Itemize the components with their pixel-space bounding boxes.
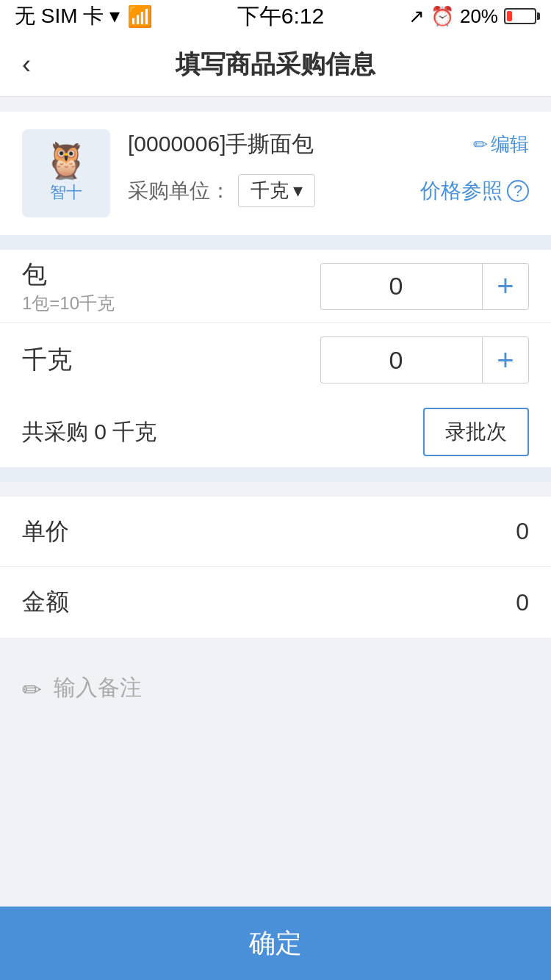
qty-plus-kg[interactable]: + — [482, 336, 529, 383]
price-ref-label: 价格参照 — [420, 177, 503, 205]
edit-button[interactable]: ✏ 编辑 — [473, 131, 529, 157]
pencil-icon: ✏ — [22, 676, 42, 704]
price-ref-button[interactable]: 价格参照 ? — [420, 177, 529, 205]
product-card: 🦉 智十 [0000006]手撕面包 ✏ 编辑 采购单位： 千克 ▾ 价格参照 … — [0, 112, 551, 235]
input-field-group-bao: + — [320, 263, 529, 310]
product-info: [0000006]手撕面包 ✏ 编辑 采购单位： 千克 ▾ 价格参照 ? — [128, 129, 529, 207]
info-row-amount: 金额 0 — [0, 567, 551, 638]
edit-label: 编辑 — [491, 131, 529, 157]
back-button[interactable]: ‹ — [22, 42, 46, 87]
amount-value: 0 — [516, 589, 529, 616]
status-bar: 无 SIM 卡 ▾ 📶 下午6:12 ↗ ⏰ 20% — [0, 0, 551, 32]
status-right: ↗ ⏰ 20% — [408, 5, 536, 28]
remarks-placeholder: 输入备注 — [54, 673, 142, 703]
nav-bar: ‹ 填写商品采购信息 — [0, 32, 551, 97]
input-label-bao: 包 1包=10千克 — [22, 258, 320, 315]
qty-plus-bao[interactable]: + — [482, 263, 529, 310]
location-icon: ↗ — [408, 5, 425, 28]
page-title: 填写商品采购信息 — [176, 48, 375, 82]
input-row-bao: 包 1包=10千克 + — [0, 250, 551, 323]
input-label-kg: 千克 — [22, 343, 320, 377]
confirm-label: 确定 — [249, 926, 302, 962]
alarm-icon: ⏰ — [431, 5, 454, 28]
product-image-label: 智十 — [50, 181, 82, 203]
input-row-kg: 千克 + — [0, 323, 551, 397]
input-label-sub-bao: 1包=10千克 — [22, 292, 320, 315]
unit-prefix-label: 采购单位： — [128, 177, 231, 205]
remarks-section[interactable]: ✏ 输入备注 — [0, 652, 551, 799]
edit-icon: ✏ — [473, 134, 488, 155]
qty-input-kg[interactable] — [320, 336, 482, 383]
status-time: 下午6:12 — [237, 1, 324, 32]
input-field-group-kg: + — [320, 336, 529, 383]
confirm-button[interactable]: 确定 — [0, 907, 551, 980]
battery-percent: 20% — [460, 5, 498, 28]
divider-2 — [0, 467, 551, 482]
input-label-main-kg: 千克 — [22, 343, 320, 377]
total-text: 共采购 0 千克 — [22, 417, 423, 447]
battery-icon — [504, 8, 536, 24]
product-image: 🦉 智十 — [22, 129, 110, 217]
unit-select-dropdown[interactable]: 千克 ▾ — [238, 174, 315, 207]
divider-1 — [0, 235, 551, 250]
info-section: 单价 0 金额 0 — [0, 497, 551, 638]
amount-label: 金额 — [22, 586, 516, 619]
price-ref-question-icon: ? — [507, 180, 529, 202]
info-row-price: 单价 0 — [0, 497, 551, 567]
price-value: 0 — [516, 518, 529, 545]
product-name-row: [0000006]手撕面包 ✏ 编辑 — [128, 129, 529, 159]
product-name: [0000006]手撕面包 — [128, 129, 314, 159]
total-row: 共采购 0 千克 录批次 — [0, 397, 551, 467]
bottom-spacer — [0, 799, 551, 873]
dropdown-icon: ▾ — [293, 179, 303, 202]
product-unit-row: 采购单位： 千克 ▾ 价格参照 ? — [128, 174, 529, 207]
status-left: 无 SIM 卡 ▾ 📶 — [15, 2, 153, 30]
sim-status: 无 SIM 卡 ▾ — [15, 2, 120, 30]
input-label-main-bao: 包 — [22, 258, 320, 292]
wifi-icon: 📶 — [127, 4, 153, 29]
qty-input-bao[interactable] — [320, 263, 482, 310]
unit-value: 千克 — [251, 178, 289, 203]
input-section: 包 1包=10千克 + 千克 + — [0, 250, 551, 397]
batch-button[interactable]: 录批次 — [423, 408, 529, 456]
price-label: 单价 — [22, 516, 516, 548]
product-image-owl-icon: 🦉 — [44, 143, 88, 179]
